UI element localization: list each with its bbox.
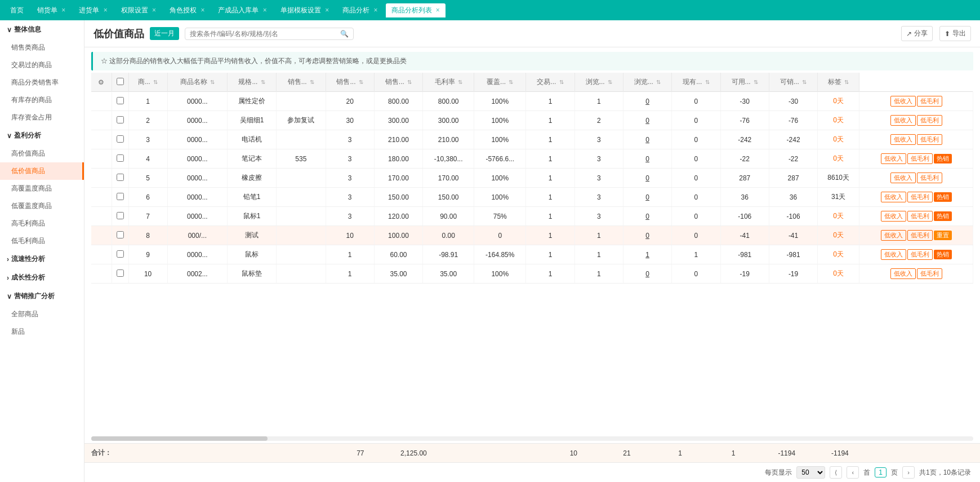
table-container[interactable]: ⚙ 商... ⇅ 商品名称 ⇅ 规格... ⇅ 销售... ⇅ 销售... ⇅ … [84,73,980,434]
next-page-button[interactable]: › [902,466,915,479]
sidebar-item-stock-capital[interactable]: 库存资金占用 [0,109,84,126]
column-browse1[interactable]: 浏览... ⇅ [574,73,623,92]
nav-template-settings[interactable]: 单据模板设置 × [275,3,335,17]
cell-checkbox[interactable] [112,207,128,226]
sidebar-section-general[interactable]: ∨ 整体信息 [0,20,84,39]
row-checkbox[interactable] [117,193,124,200]
sidebar-item-new-products[interactable]: 新品 [0,323,84,341]
search-icon[interactable]: 🔍 [340,30,349,38]
sidebar-item-category-sales-rate[interactable]: 商品分类销售率 [0,74,84,91]
sidebar-section-marketing[interactable]: ∨ 营销推广分析 [0,287,84,306]
browse-link[interactable]: 0 [645,98,649,105]
close-icon[interactable]: × [436,6,440,14]
column-code[interactable]: 商... ⇅ [128,73,167,92]
cell-checkbox[interactable] [112,264,128,284]
close-icon[interactable]: × [374,6,378,14]
cell-browse1[interactable]: 0 [623,226,671,245]
close-icon[interactable]: × [61,6,65,14]
row-checkbox[interactable] [117,135,124,143]
cell-browse1[interactable]: 0 [623,207,671,226]
sidebar-section-flow[interactable]: › 流速性分析 [0,250,84,268]
sidebar-item-high-margin[interactable]: 高毛利商品 [0,215,84,232]
browse-link[interactable]: 0 [645,155,649,163]
cell-browse1[interactable]: 0 [623,264,671,284]
cell-browse1[interactable]: 1 [623,245,671,264]
share-button[interactable]: ↗ 分享 [901,26,933,41]
column-select-all[interactable] [112,73,128,92]
close-icon[interactable]: × [201,6,204,14]
gear-icon[interactable]: ⚙ [98,78,104,86]
row-checkbox[interactable] [117,212,124,219]
nav-home[interactable]: 首页 [5,3,29,17]
close-icon[interactable]: × [263,6,267,14]
close-icon[interactable]: × [152,6,156,14]
close-icon[interactable]: × [104,6,108,14]
nav-product-analysis-list[interactable]: 商品分析列表 × [386,3,446,17]
cell-checkbox[interactable] [112,130,128,149]
column-gear[interactable]: ⚙ [91,73,112,92]
sidebar-item-high-coverage[interactable]: 高覆盖度商品 [0,180,84,197]
browse-link[interactable]: 0 [645,174,649,182]
cell-browse1[interactable]: 0 [623,149,671,169]
cell-checkbox[interactable] [112,111,128,130]
column-trade[interactable]: 交易... ⇅ [526,73,574,92]
cell-browse1[interactable]: 0 [623,130,671,149]
select-all-checkbox[interactable] [117,78,124,85]
cell-checkbox[interactable] [112,188,128,207]
cell-checkbox[interactable] [112,92,128,111]
scrollbar-thumb[interactable] [91,436,268,441]
column-sales-qty[interactable]: 销售... ⇅ [277,73,326,92]
column-available[interactable]: 可用... ⇅ [720,73,769,92]
row-checkbox[interactable] [117,116,124,123]
browse-link[interactable]: 0 [645,213,649,220]
sidebar-item-traded-products[interactable]: 交易过的商品 [0,56,84,74]
column-sales-amount[interactable]: 销售... ⇅ [326,73,374,92]
browse-link[interactable]: 1 [645,251,649,259]
browse-link[interactable]: 0 [645,117,649,125]
column-tags[interactable]: 标签 ⇅ [818,73,859,92]
cell-browse1[interactable]: 0 [623,111,671,130]
nav-product-analysis[interactable]: 商品分析 × [337,3,383,17]
row-checkbox[interactable] [117,154,124,162]
column-coverage[interactable]: 覆盖... ⇅ [474,73,526,92]
column-browse2[interactable]: 浏览... ⇅ [623,73,671,92]
column-saleable[interactable]: 可销... ⇅ [769,73,817,92]
nav-role-auth[interactable]: 角色授权 × [164,3,210,17]
column-spec[interactable]: 规格... ⇅ [228,73,277,92]
nav-product-instock[interactable]: 产成品入库单 × [212,3,272,17]
cell-browse1[interactable]: 0 [623,92,671,111]
search-input[interactable] [190,30,340,38]
browse-link[interactable]: 0 [645,136,649,144]
cell-checkbox[interactable] [112,226,128,245]
cell-checkbox[interactable] [112,169,128,188]
row-checkbox[interactable] [117,250,124,258]
sidebar-item-high-value[interactable]: 高价值商品 [0,145,84,162]
prev-page-button[interactable]: ‹ [847,466,859,479]
sidebar-item-all-products[interactable]: 全部商品 [0,306,84,323]
browse-link[interactable]: 0 [645,232,649,240]
period-button[interactable]: 近一月 [150,27,179,40]
row-checkbox[interactable] [117,97,124,104]
sidebar-section-profit[interactable]: ∨ 盈利分析 [0,126,84,145]
close-icon[interactable]: × [325,6,329,14]
cell-browse1[interactable]: 0 [623,169,671,188]
browse-link[interactable]: 0 [645,193,649,201]
column-name[interactable]: 商品名称 ⇅ [167,73,227,92]
column-gross-rate[interactable]: 毛利率 ⇅ [423,73,474,92]
per-page-select[interactable]: 50 20 100 [796,466,825,479]
cell-checkbox[interactable] [112,149,128,169]
sidebar-item-low-coverage[interactable]: 低覆盖度商品 [0,197,84,215]
nav-purchase-order[interactable]: 进货单 × [73,3,113,17]
cell-browse1[interactable]: 0 [623,188,671,207]
nav-permission[interactable]: 权限设置 × [115,3,162,17]
horizontal-scrollbar[interactable] [91,436,973,441]
browse-link[interactable]: 0 [645,270,649,278]
nav-sales-order[interactable]: 销货单 × [32,3,71,17]
cell-checkbox[interactable] [112,245,128,264]
row-checkbox[interactable] [117,231,124,238]
column-sales-profit[interactable]: 销售... ⇅ [374,73,422,92]
sidebar-section-growth[interactable]: › 成长性分析 [0,268,84,287]
sidebar-item-sales-products[interactable]: 销售类商品 [0,39,84,56]
row-checkbox[interactable] [117,174,124,181]
column-current-stock[interactable]: 现有... ⇅ [672,73,720,92]
